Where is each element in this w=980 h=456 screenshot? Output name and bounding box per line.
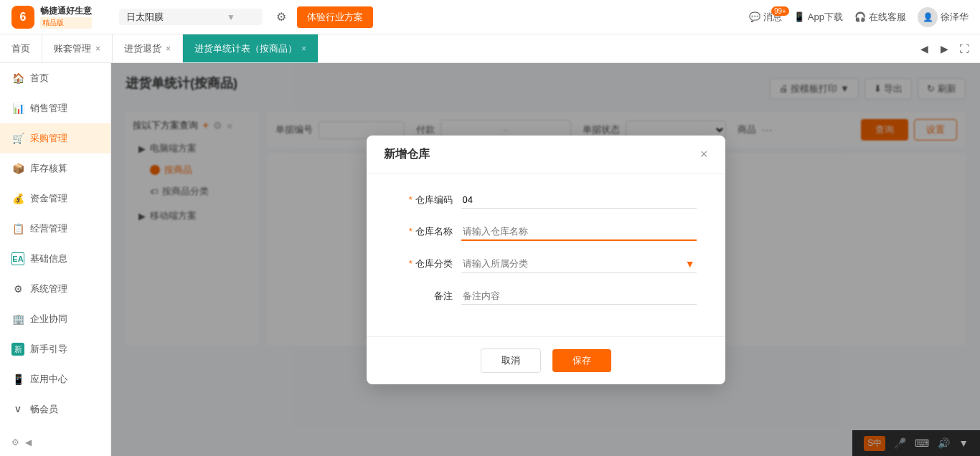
tab-actions: ◀ ▶ ⛶ — [914, 34, 980, 62]
app-center-icon: 📱 — [11, 373, 24, 386]
settings-icon[interactable]: ⚙ — [271, 7, 291, 27]
user-menu[interactable]: 👤 徐泽华 — [918, 7, 969, 27]
sidebar-item-home[interactable]: 🏠 首页 — [0, 63, 110, 93]
sidebar-item-sales-label: 销售管理 — [30, 102, 67, 115]
sidebar-item-vip[interactable]: V 畅会员 — [0, 394, 110, 424]
form-row-note: 备注 — [395, 288, 697, 305]
modal-footer: 取消 保存 — [367, 336, 725, 384]
logo-area: 6 畅捷通好生意 精品版 — [11, 5, 119, 29]
modal-title: 新增仓库 — [384, 147, 430, 162]
sidebar-settings-icon[interactable]: ⚙ — [11, 437, 19, 447]
category-arrow-icon: ▼ — [685, 258, 695, 270]
tabbar: 首页 账套管理 × 进货退货 × 进货单统计表（按商品） × ◀ ▶ ⛶ — [0, 34, 980, 63]
form-row-category: 仓库分类 ▼ — [395, 255, 697, 273]
vip-icon: V — [11, 403, 24, 416]
sidebar-item-operations-label: 经营管理 — [30, 222, 67, 235]
modal-body: 仓库编码 仓库名称 仓库分类 ▼ — [367, 174, 725, 336]
sidebar-item-finance-label: 资金管理 — [30, 192, 67, 205]
code-label: 仓库编码 — [395, 194, 453, 206]
tab-purchase-return-close[interactable]: × — [166, 44, 171, 54]
enterprise-icon: 🏢 — [11, 313, 24, 326]
sidebar-item-basic-info[interactable]: EA 基础信息 — [0, 244, 110, 274]
purchase-icon: 🛒 — [11, 132, 24, 145]
search-box[interactable]: ▼ — [119, 9, 263, 25]
avatar: 👤 — [918, 7, 938, 27]
tab-account[interactable]: 账套管理 × — [42, 34, 113, 62]
tab-purchase-return-label: 进货退货 — [124, 42, 161, 55]
tab-purchase-stats[interactable]: 进货单统计表（按商品） × — [183, 34, 319, 62]
sidebar-item-sales[interactable]: 📊 销售管理 — [0, 93, 110, 123]
sidebar-item-purchase[interactable]: 🛒 采购管理 — [0, 123, 110, 153]
home-icon: 🏠 — [11, 72, 24, 85]
name-label: 仓库名称 — [395, 225, 453, 238]
sidebar-bottom: ⚙ ◀ — [0, 429, 110, 456]
phone-icon: 📱 — [793, 11, 805, 22]
note-label: 备注 — [395, 290, 453, 303]
sidebar-item-enterprise-label: 企业协同 — [30, 313, 67, 326]
modal-overlay: 新增仓库 × 仓库编码 仓库名称 仓库分类 — [111, 63, 980, 456]
code-input[interactable] — [461, 191, 697, 209]
sidebar-item-basic-info-label: 基础信息 — [30, 252, 67, 265]
form-row-code: 仓库编码 — [395, 191, 697, 209]
warehouse-modal: 新增仓库 × 仓库编码 仓库名称 仓库分类 — [367, 136, 725, 384]
message-icon: 💬 — [749, 11, 760, 22]
dropdown-arrow-icon: ▼ — [227, 12, 235, 22]
tab-purchase-stats-label: 进货单统计表（按商品） — [194, 42, 297, 55]
logo-text: 畅捷通好生意 精品版 — [40, 5, 92, 29]
sidebar-item-guide-label: 新手引导 — [30, 343, 67, 356]
guide-icon: 新 — [11, 343, 24, 356]
modal-header: 新增仓库 × — [367, 136, 725, 174]
topbar: 6 畅捷通好生意 精品版 ▼ ⚙ 体验行业方案 💬 消息 99+ 📱 App下载… — [0, 0, 980, 34]
search-input[interactable] — [126, 11, 227, 22]
sales-icon: 📊 — [11, 102, 24, 115]
sidebar-item-finance[interactable]: 💰 资金管理 — [0, 184, 110, 214]
online-service-btn[interactable]: 🎧 在线客服 — [854, 11, 906, 24]
category-label: 仓库分类 — [395, 257, 453, 270]
tab-purchase-return[interactable]: 进货退货 × — [113, 34, 183, 62]
sidebar-item-purchase-label: 采购管理 — [30, 132, 67, 145]
system-icon: ⚙ — [11, 282, 24, 295]
sidebar-item-app-center-label: 应用中心 — [30, 373, 67, 386]
sidebar-item-inventory[interactable]: 📦 库存核算 — [0, 153, 110, 184]
sidebar-item-vip-label: 畅会员 — [30, 403, 58, 416]
tab-home-label: 首页 — [11, 42, 30, 55]
content-area: 进货单统计(按商品) 🖨 按模板打印 ▼ ⬇ 导出 ↻ 刷新 — [111, 63, 980, 456]
save-btn[interactable]: 保存 — [552, 349, 611, 372]
sidebar: 🏠 首页 📊 销售管理 🛒 采购管理 📦 库存核算 💰 资金管理 📋 经营管理 … — [0, 63, 111, 456]
tab-account-label: 账套管理 — [54, 42, 91, 55]
note-input[interactable] — [461, 288, 697, 305]
main-layout: 🏠 首页 📊 销售管理 🛒 采购管理 📦 库存核算 💰 资金管理 📋 经营管理 … — [0, 63, 980, 456]
messages-btn[interactable]: 💬 消息 99+ — [749, 11, 782, 24]
tab-home[interactable]: 首页 — [0, 34, 42, 62]
form-row-name: 仓库名称 — [395, 223, 697, 241]
cancel-btn[interactable]: 取消 — [481, 348, 541, 373]
tab-expand-icon[interactable]: ⛶ — [954, 39, 974, 59]
sidebar-item-inventory-label: 库存核算 — [30, 162, 67, 175]
topbar-right: 💬 消息 99+ 📱 App下载 🎧 在线客服 👤 徐泽华 — [749, 7, 969, 27]
category-input[interactable] — [463, 258, 685, 269]
sidebar-speaker-icon[interactable]: ◀ — [25, 437, 32, 447]
operations-icon: 📋 — [11, 222, 24, 235]
sidebar-item-enterprise[interactable]: 🏢 企业协同 — [0, 304, 110, 334]
app-download-btn[interactable]: 📱 App下载 — [793, 11, 843, 24]
name-input[interactable] — [461, 223, 697, 241]
tab-account-close[interactable]: × — [95, 44, 100, 54]
tab-next-icon[interactable]: ▶ — [934, 39, 954, 59]
sidebar-item-guide[interactable]: 新 新手引导 — [0, 334, 110, 364]
sidebar-item-operations[interactable]: 📋 经营管理 — [0, 214, 110, 244]
category-select-wrap[interactable]: ▼ — [461, 255, 697, 273]
tab-purchase-stats-close[interactable]: × — [301, 44, 306, 54]
sidebar-item-home-label: 首页 — [30, 72, 49, 85]
basic-info-icon: EA — [11, 252, 24, 265]
sidebar-item-app-center[interactable]: 📱 应用中心 — [0, 364, 110, 394]
tab-prev-icon[interactable]: ◀ — [914, 39, 934, 59]
sidebar-item-system[interactable]: ⚙ 系统管理 — [0, 274, 110, 304]
experience-btn[interactable]: 体验行业方案 — [297, 6, 373, 28]
finance-icon: 💰 — [11, 192, 24, 205]
modal-close-btn[interactable]: × — [700, 147, 708, 162]
logo-icon: 6 — [11, 6, 34, 29]
inventory-icon: 📦 — [11, 162, 24, 175]
sidebar-item-system-label: 系统管理 — [30, 282, 67, 295]
headset-icon: 🎧 — [854, 11, 866, 22]
